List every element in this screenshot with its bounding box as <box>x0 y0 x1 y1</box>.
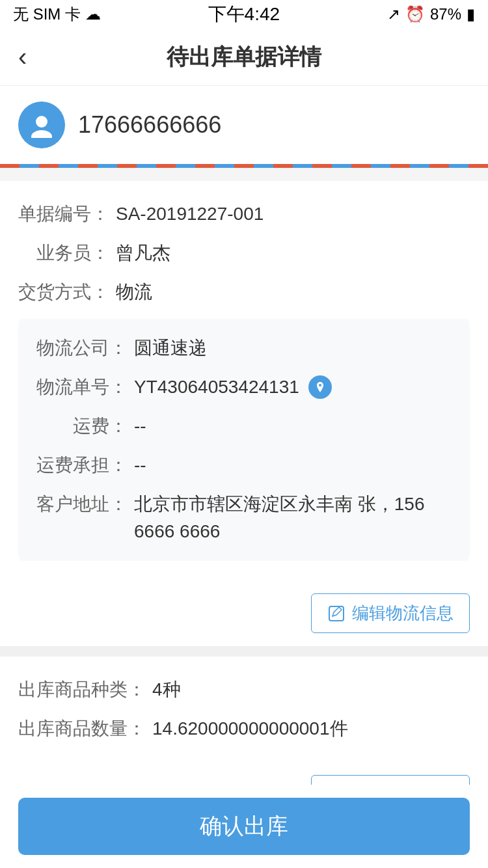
tracking-value-row: YT43064053424131 <box>134 373 452 401</box>
status-right: ↗ ⏰ 87% ▮ <box>387 5 475 23</box>
order-no-row: 单据编号： SA-20191227-001 <box>18 200 470 228</box>
company-value: 圆通速递 <box>134 334 452 362</box>
delivery-method-label: 交货方式： <box>18 278 109 306</box>
company-row: 物流公司： 圆通速递 <box>36 334 452 362</box>
back-icon: ‹ <box>18 42 27 71</box>
logistics-section: 物流公司： 圆通速递 物流单号： YT43064053424131 运费： --… <box>18 319 470 561</box>
tracking-row: 物流单号： YT43064053424131 <box>36 373 452 401</box>
svg-point-0 <box>36 116 47 128</box>
battery-icon: ▮ <box>467 5 475 23</box>
freight-label: 运费： <box>36 413 128 440</box>
back-button[interactable]: ‹ <box>18 42 27 72</box>
order-no-label: 单据编号： <box>18 200 109 228</box>
freight-row: 运费： -- <box>36 413 452 440</box>
basic-info-section: 单据编号： SA-20191227-001 业务员： 曾凡杰 交货方式： 物流 … <box>0 181 488 580</box>
confirm-btn-wrapper: 确认出库 <box>0 785 488 868</box>
company-label: 物流公司： <box>36 334 128 362</box>
svg-rect-2 <box>329 606 344 621</box>
svg-point-1 <box>31 130 52 138</box>
goods-quantity-value: 14.620000000000001件 <box>152 715 470 742</box>
customer-phone: 17666666666 <box>78 111 221 139</box>
nav-bar: ‹ 待出库单据详情 <box>0 29 488 86</box>
edit-logistics-button[interactable]: 编辑物流信息 <box>311 593 470 633</box>
freight-value: -- <box>134 413 452 440</box>
order-no-value: SA-20191227-001 <box>116 200 470 228</box>
sim-status: 无 SIM 卡 ☁ <box>13 4 101 25</box>
goods-types-row: 出库商品种类： 4种 <box>18 676 470 703</box>
edit-logistics-row: 编辑物流信息 <box>0 580 488 646</box>
goods-quantity-row: 出库商品数量： 14.620000000000001件 <box>18 715 470 742</box>
tracking-label: 物流单号： <box>36 373 128 401</box>
person-icon <box>29 112 55 138</box>
delivery-method-row: 交货方式： 物流 <box>18 278 470 306</box>
salesman-label: 业务员： <box>18 239 109 267</box>
address-value: 北京市市辖区海淀区永丰南 张，156 6666 6666 <box>134 491 452 545</box>
freight-bear-value: -- <box>134 452 452 479</box>
status-left: 无 SIM 卡 ☁ <box>13 4 101 25</box>
page-title: 待出库单据详情 <box>167 42 321 72</box>
goods-section: 出库商品种类： 4种 出库商品数量： 14.620000000000001件 <box>0 657 488 762</box>
edit-icon <box>327 604 346 623</box>
salesman-value: 曾凡杰 <box>116 239 470 267</box>
salesman-row: 业务员： 曾凡杰 <box>18 239 470 267</box>
map-pin-icon <box>314 381 327 394</box>
alarm-icon: ⏰ <box>405 5 425 23</box>
goods-types-label: 出库商品种类： <box>18 676 146 703</box>
avatar <box>18 102 65 148</box>
tracking-number: YT43064053424131 <box>134 373 299 401</box>
freight-bear-row: 运费承担： -- <box>36 452 452 479</box>
address-row: 客户地址： 北京市市辖区海淀区永丰南 张，156 6666 6666 <box>36 491 452 545</box>
battery-level: 87% <box>430 5 461 23</box>
edit-logistics-label: 编辑物流信息 <box>352 602 454 625</box>
status-bar: 无 SIM 卡 ☁ 下午4:42 ↗ ⏰ 87% ▮ <box>0 0 488 29</box>
customer-header: 17666666666 <box>0 86 488 164</box>
address-label: 客户地址： <box>36 491 128 518</box>
gray-separator-1 <box>0 646 488 657</box>
goods-types-value: 4种 <box>152 676 470 703</box>
goods-quantity-label: 出库商品数量： <box>18 715 146 742</box>
location-button[interactable] <box>308 375 332 399</box>
freight-bear-label: 运费承担： <box>36 452 128 479</box>
confirm-button[interactable]: 确认出库 <box>18 798 470 855</box>
status-time: 下午4:42 <box>208 2 280 27</box>
confirm-btn-label: 确认出库 <box>200 811 288 841</box>
location-icon-status: ↗ <box>387 5 400 23</box>
dashed-divider <box>0 164 488 168</box>
delivery-method-value: 物流 <box>116 278 470 306</box>
